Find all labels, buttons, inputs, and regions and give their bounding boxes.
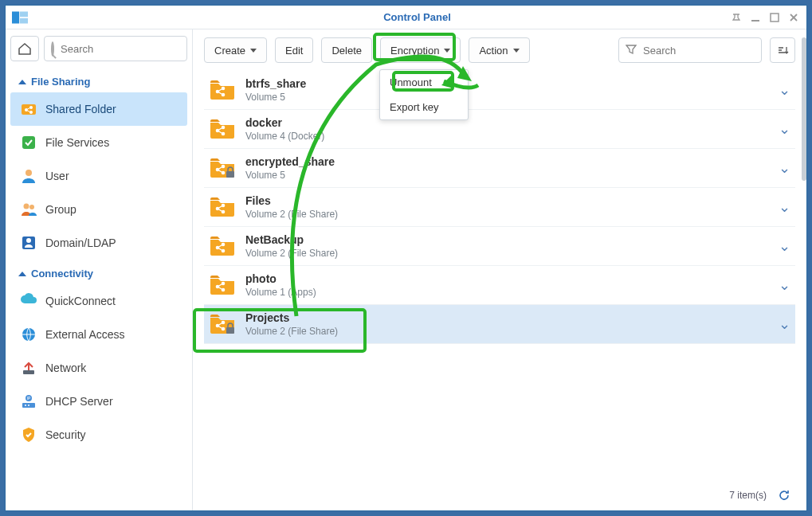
folder-row[interactable]: Projects Volume 2 (File Share) ⌄ bbox=[204, 305, 795, 344]
encryption-menu-export-key[interactable]: Export key bbox=[380, 95, 468, 119]
dhcp-server-icon: IP bbox=[20, 393, 37, 410]
sidebar-item-external-access[interactable]: External Access bbox=[10, 318, 187, 351]
sidebar-item-label: Shared Folder bbox=[45, 103, 116, 115]
sidebar-item-domain-ldap[interactable]: Domain/LDAP bbox=[10, 226, 187, 260]
folder-row[interactable]: photo Volume 1 (Apps) ⌄ bbox=[204, 266, 795, 305]
svg-point-14 bbox=[25, 170, 32, 176]
control-panel-window: Control Panel File SharingShared FolderF… bbox=[5, 5, 807, 511]
sidebar-item-network[interactable]: Network bbox=[10, 351, 187, 385]
sidebar-item-quickconnect[interactable]: QuickConnect bbox=[10, 284, 187, 318]
maximize-button[interactable] bbox=[768, 11, 781, 24]
edit-button[interactable]: Edit bbox=[275, 37, 313, 63]
minimize-button[interactable] bbox=[749, 11, 762, 24]
sidebar-item-label: File Services bbox=[45, 136, 109, 149]
svg-point-15 bbox=[24, 204, 29, 209]
chevron-down-icon[interactable]: ⌄ bbox=[779, 159, 790, 177]
sidebar-group-label: File Sharing bbox=[31, 76, 90, 88]
security-icon bbox=[20, 426, 37, 444]
content-search-input[interactable] bbox=[641, 44, 755, 57]
folder-location: Volume 2 (File Share) bbox=[245, 248, 779, 259]
encryption-button[interactable]: Encryption bbox=[380, 37, 461, 63]
item-count: 7 item(s) bbox=[729, 490, 767, 501]
svg-point-43 bbox=[222, 204, 226, 208]
sidebar-item-label: Network bbox=[45, 362, 86, 374]
folder-name: Projects bbox=[245, 311, 779, 324]
shared-folder-icon bbox=[209, 274, 236, 296]
folder-row[interactable]: encrypted_share Volume 5 ⌄ bbox=[204, 149, 795, 188]
refresh-button[interactable] bbox=[778, 489, 790, 502]
sidebar-item-label: DHCP Server bbox=[45, 395, 113, 408]
shared-folder-list: btrfs_share Volume 5 ⌄ docker Volume 4 (… bbox=[204, 71, 795, 344]
pin-button[interactable] bbox=[730, 11, 743, 24]
sidebar-group-label: Connectivity bbox=[31, 268, 93, 280]
chevron-up-icon bbox=[18, 80, 26, 84]
svg-point-32 bbox=[222, 126, 226, 130]
svg-point-44 bbox=[222, 210, 226, 214]
share-folder-icon bbox=[20, 100, 37, 118]
chevron-down-icon[interactable]: ⌄ bbox=[779, 315, 790, 333]
svg-point-16 bbox=[29, 205, 34, 209]
svg-point-10 bbox=[29, 111, 33, 114]
folder-name: encrypted_share bbox=[245, 155, 779, 168]
sort-button[interactable] bbox=[770, 37, 795, 63]
external-access-icon bbox=[20, 326, 37, 343]
folder-location: Volume 4 (Docker) bbox=[245, 131, 779, 142]
shared-folder-icon bbox=[209, 235, 236, 257]
sidebar-search[interactable] bbox=[44, 36, 187, 61]
svg-rect-13 bbox=[22, 136, 35, 149]
create-button[interactable]: Create bbox=[204, 37, 267, 63]
shared-folder-icon bbox=[209, 196, 236, 218]
chevron-down-icon[interactable]: ⌄ bbox=[779, 120, 790, 138]
sidebar-item-dhcp-server[interactable]: IPDHCP Server bbox=[10, 385, 187, 418]
sidebar-search-input[interactable] bbox=[59, 42, 180, 56]
caret-icon bbox=[513, 49, 520, 53]
svg-point-37 bbox=[222, 165, 226, 169]
chevron-down-icon[interactable]: ⌄ bbox=[779, 198, 790, 216]
quickconnect-icon bbox=[20, 292, 37, 310]
svg-rect-2 bbox=[20, 18, 28, 23]
chevron-down-icon[interactable]: ⌄ bbox=[779, 276, 790, 294]
titlebar: Control Panel bbox=[6, 6, 806, 29]
shared-folder-icon bbox=[209, 118, 236, 140]
sidebar-item-security[interactable]: Security bbox=[10, 418, 187, 452]
status-bar: 7 item(s) bbox=[204, 485, 795, 506]
chevron-down-icon[interactable]: ⌄ bbox=[779, 81, 790, 99]
shared-folder-icon bbox=[209, 79, 236, 101]
folder-row[interactable]: docker Volume 4 (Docker) ⌄ bbox=[204, 110, 795, 149]
svg-rect-62 bbox=[226, 327, 234, 334]
svg-text:IP: IP bbox=[27, 396, 31, 401]
chevron-down-icon[interactable]: ⌄ bbox=[779, 237, 790, 255]
delete-button[interactable]: Delete bbox=[321, 37, 372, 63]
svg-point-18 bbox=[26, 238, 31, 243]
svg-point-54 bbox=[222, 288, 226, 292]
sidebar-item-file-services[interactable]: File Services bbox=[10, 126, 187, 159]
svg-point-9 bbox=[29, 106, 33, 109]
folder-name: NetBackup bbox=[245, 233, 779, 246]
folder-location: Volume 2 (File Share) bbox=[245, 209, 779, 220]
filter-icon bbox=[626, 44, 637, 57]
encryption-menu-unmount[interactable]: Unmount bbox=[380, 70, 468, 95]
sidebar-item-share-folder[interactable]: Shared Folder bbox=[10, 92, 187, 126]
main-content: Create Edit Delete Encryption Action Unm… bbox=[193, 29, 806, 510]
home-button[interactable] bbox=[10, 36, 39, 61]
svg-point-33 bbox=[222, 132, 226, 136]
app-icon bbox=[12, 11, 28, 24]
sidebar-group-header[interactable]: Connectivity bbox=[10, 263, 187, 284]
sidebar-item-label: QuickConnect bbox=[45, 295, 116, 307]
folder-row[interactable]: btrfs_share Volume 5 ⌄ bbox=[204, 71, 795, 110]
window-title: Control Panel bbox=[34, 11, 800, 23]
folder-location: Volume 5 bbox=[245, 92, 779, 103]
folder-row[interactable]: Files Volume 2 (File Share) ⌄ bbox=[204, 188, 795, 227]
sidebar: File SharingShared FolderFile ServicesUs… bbox=[6, 29, 193, 510]
folder-name: photo bbox=[245, 272, 779, 285]
sidebar-group-header[interactable]: File Sharing bbox=[10, 71, 187, 92]
sidebar-item-user[interactable]: User bbox=[10, 159, 187, 193]
folder-name: Files bbox=[245, 194, 779, 207]
close-button[interactable] bbox=[787, 11, 800, 24]
svg-point-38 bbox=[222, 171, 226, 175]
action-button[interactable]: Action bbox=[469, 37, 529, 63]
sidebar-item-group[interactable]: Group bbox=[10, 193, 187, 226]
content-search[interactable] bbox=[618, 37, 762, 63]
folder-row[interactable]: NetBackup Volume 2 (File Share) ⌄ bbox=[204, 227, 795, 266]
sidebar-item-label: User bbox=[45, 170, 69, 182]
